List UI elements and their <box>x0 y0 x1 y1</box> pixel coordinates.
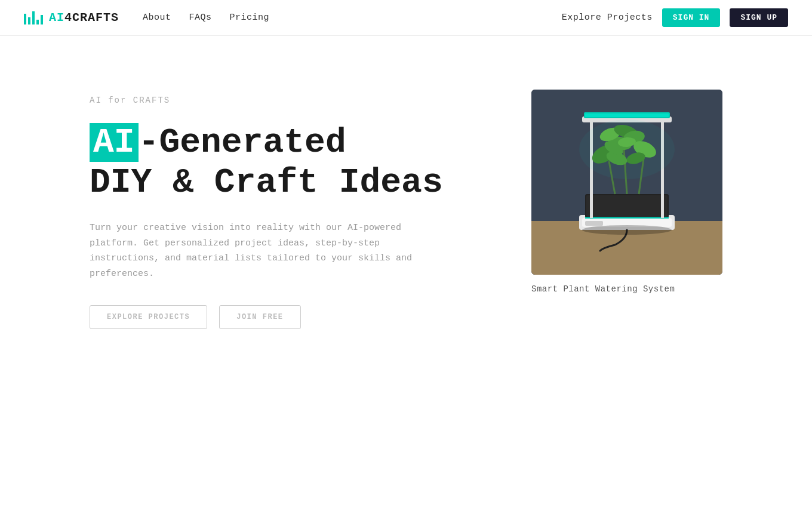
nav-pricing[interactable]: Pricing <box>230 13 270 23</box>
hero-left: AI for CRAFTS AI-Generated DIY & Craft I… <box>90 84 472 329</box>
join-free-button[interactable]: JOIN FREE <box>219 305 300 329</box>
product-image <box>531 90 722 275</box>
hero-title-line2: DIY & Craft Ideas <box>90 163 443 202</box>
svg-rect-6 <box>586 195 668 217</box>
hero-title: AI-Generated DIY & Craft Ideas <box>90 123 472 202</box>
logo-icon <box>24 11 43 24</box>
product-illustration <box>531 90 722 275</box>
logo-link[interactable]: AI4CRAFTS <box>24 11 119 24</box>
hero-title-generated: -Generated <box>139 123 346 162</box>
hero-eyebrow: AI for CRAFTS <box>90 96 472 105</box>
hero-title-ai: AI <box>90 123 139 162</box>
header-right: Explore Projects SIGN IN SIGN UP <box>562 8 788 27</box>
nav-about[interactable]: About <box>143 13 171 23</box>
site-header: AI4CRAFTS About FAQs Pricing Explore Pro… <box>0 0 812 36</box>
logo-ai: AI <box>49 11 64 24</box>
hero-buttons: EXPLORE PROJECTS JOIN FREE <box>90 305 472 329</box>
main-nav: About FAQs Pricing <box>143 13 269 23</box>
header-left: AI4CRAFTS About FAQs Pricing <box>24 11 269 24</box>
main-content: AI for CRAFTS AI-Generated DIY & Craft I… <box>0 36 812 513</box>
hero-right: Smart Plant Watering System <box>531 84 722 294</box>
svg-rect-12 <box>585 113 669 117</box>
sign-up-button[interactable]: SIGN UP <box>730 8 788 27</box>
explore-projects-button[interactable]: EXPLORE PROJECTS <box>90 305 207 329</box>
nav-faqs[interactable]: FAQs <box>189 13 212 23</box>
logo-text: AI4CRAFTS <box>49 11 119 24</box>
logo-crafts: 4CRAFTS <box>64 11 119 24</box>
hero-description: Turn your creative vision into reality w… <box>90 220 436 281</box>
svg-point-29 <box>582 225 672 235</box>
sign-in-button[interactable]: SIGN IN <box>662 8 721 27</box>
product-caption: Smart Plant Watering System <box>531 284 675 294</box>
explore-projects-link[interactable]: Explore Projects <box>562 13 653 23</box>
svg-rect-4 <box>585 221 603 226</box>
svg-rect-7 <box>585 217 669 219</box>
